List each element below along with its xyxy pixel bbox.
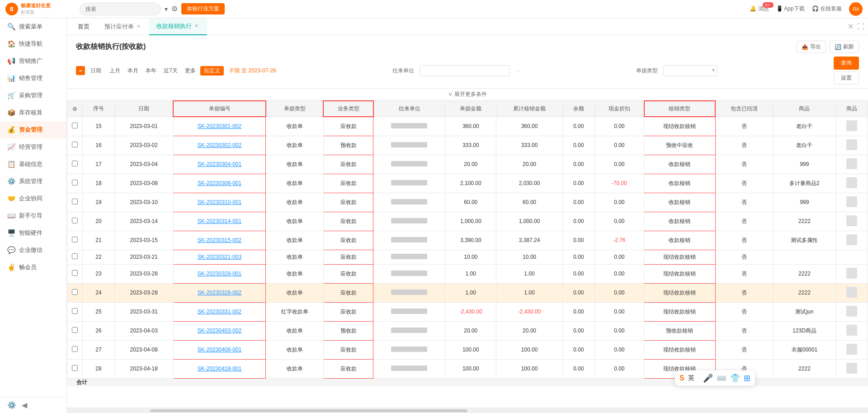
bill-no-link[interactable]: SK-20230331-002 — [198, 309, 241, 315]
td-checkbox[interactable] — [67, 231, 83, 250]
td-bill-no[interactable]: SK-20230314-001 — [173, 212, 266, 231]
td-bill-no[interactable]: SK-20230408-001 — [173, 340, 266, 359]
td-checkbox[interactable] — [67, 302, 83, 321]
tab-payable-close[interactable]: ✕ — [136, 24, 142, 29]
ft-keyboard-icon[interactable]: ⌨️ — [717, 373, 726, 383]
bill-no-link[interactable]: SK-20230403-002 — [198, 328, 241, 334]
counterpart-input[interactable] — [420, 65, 510, 76]
row-checkbox[interactable] — [72, 289, 78, 295]
td-checkbox[interactable] — [67, 359, 83, 378]
online-service-link[interactable]: 🎧 在线客服 — [812, 5, 842, 13]
export-button[interactable]: 📤 导出 — [797, 41, 826, 53]
date-option-this-year[interactable]: 本年 — [143, 66, 159, 76]
td-checkbox[interactable] — [67, 264, 83, 283]
row-checkbox[interactable] — [72, 218, 78, 223]
row-checkbox[interactable] — [72, 327, 78, 333]
ft-mic-icon[interactable]: 🎤 — [703, 373, 713, 383]
td-bill-no[interactable]: SK-20230301-002 — [173, 117, 266, 136]
bill-no-link[interactable]: SK-20230310-001 — [198, 199, 241, 205]
td-bill-no[interactable]: SK-20230331-002 — [173, 302, 266, 321]
tab-home[interactable]: 首页 — [71, 18, 97, 35]
date-option-7days[interactable]: 近7天 — [161, 66, 180, 76]
filter-collapse-button[interactable]: » — [76, 66, 85, 75]
td-bill-no[interactable]: SK-20230302-002 — [173, 136, 266, 155]
row-checkbox[interactable] — [72, 308, 78, 314]
table-container[interactable]: ⚙ 序号 日期 单据编号 单据类型 业务类型 往来单位 单据金额 累计核销金额 … — [67, 100, 868, 408]
td-bill-no[interactable]: SK-20230328-001 — [173, 264, 266, 283]
row-checkbox[interactable] — [72, 346, 78, 352]
search-input[interactable] — [80, 3, 161, 15]
row-checkbox[interactable] — [72, 123, 78, 128]
td-checkbox[interactable] — [67, 321, 83, 340]
dropdown-button[interactable]: ▾ — [165, 5, 168, 13]
td-checkbox[interactable] — [67, 117, 83, 136]
td-checkbox[interactable] — [67, 155, 83, 174]
bill-no-link[interactable]: SK-20230315-002 — [198, 237, 241, 243]
bill-no-link[interactable]: SK-20230304-001 — [198, 161, 241, 167]
query-button[interactable]: 查询 — [834, 57, 859, 70]
sidebar-settings-icon[interactable]: ⚙️ — [7, 401, 16, 409]
td-bill-no[interactable]: SK-20230310-001 — [173, 193, 266, 212]
sidebar-item-operation[interactable]: 📈 经营管理 — [0, 138, 66, 156]
sidebar-item-inventory[interactable]: 📦 库存核算 — [0, 104, 66, 121]
sidebar-item-wechat[interactable]: 💬 企业微信 — [0, 242, 66, 259]
td-bill-no[interactable]: SK-20230315-002 — [173, 231, 266, 250]
expand-more-bar[interactable]: ∨ 展开更多条件 — [67, 89, 868, 100]
sidebar-item-search[interactable]: 🔍 搜索菜单 — [0, 18, 66, 35]
refresh-button[interactable]: 🔄 刷新 — [830, 41, 859, 53]
row-checkbox[interactable] — [72, 365, 78, 371]
settings-gear-button[interactable]: ⚙ — [171, 5, 178, 13]
td-checkbox[interactable] — [67, 340, 83, 359]
filter-settings-button[interactable]: 设置 — [834, 71, 859, 85]
date-option-last-month[interactable]: 上月 — [107, 66, 123, 76]
td-checkbox[interactable] — [67, 283, 83, 302]
td-bill-no[interactable]: SK-20230418-001 — [173, 359, 266, 378]
row-checkbox[interactable] — [72, 253, 78, 259]
row-checkbox[interactable] — [72, 199, 78, 204]
bill-no-link[interactable]: SK-20230408-001 — [198, 347, 241, 353]
bill-type-select[interactable] — [663, 65, 717, 76]
bill-no-link[interactable]: SK-20230314-001 — [198, 218, 241, 224]
td-checkbox[interactable] — [67, 212, 83, 231]
horizontal-scrollbar[interactable] — [67, 408, 868, 413]
th-gear[interactable]: ⚙ — [67, 101, 83, 117]
row-checkbox[interactable] — [72, 270, 78, 276]
tab-payable[interactable]: 预计应付单 ✕ — [97, 18, 149, 35]
tab-expand-icon[interactable]: ⛶ — [857, 23, 864, 31]
td-bill-no[interactable]: SK-20230328-002 — [173, 283, 266, 302]
experience-button[interactable]: 体验行业方案 — [181, 3, 225, 14]
sidebar-item-guide[interactable]: 📖 新手引导 — [0, 207, 66, 224]
sidebar-item-marketing[interactable]: 📢 营销推广 — [0, 52, 66, 70]
date-option-this-month[interactable]: 本月 — [125, 66, 141, 76]
ft-grid-icon[interactable]: ⊞ — [744, 373, 750, 383]
sidebar-item-enterprise[interactable]: 🤝 企业协同 — [0, 190, 66, 207]
td-bill-no[interactable]: SK-20230308-001 — [173, 174, 266, 193]
sidebar-item-shortcut[interactable]: 🏠 快捷导航 — [0, 35, 66, 52]
row-checkbox[interactable] — [72, 180, 78, 185]
bill-no-link[interactable]: SK-20230301-002 — [198, 123, 241, 129]
row-checkbox[interactable] — [72, 161, 78, 166]
td-checkbox[interactable] — [67, 250, 83, 264]
td-bill-no[interactable]: SK-20230321-003 — [173, 250, 266, 264]
date-option-more[interactable]: 更多 — [182, 66, 198, 76]
td-bill-no[interactable]: SK-20230403-002 — [173, 321, 266, 340]
bill-no-link[interactable]: SK-20230308-001 — [198, 180, 241, 186]
tab-close-all-icon[interactable]: ✕ — [848, 22, 854, 31]
sidebar-item-basic[interactable]: 📋 基础信息 — [0, 156, 66, 173]
sidebar-item-hardware[interactable]: 🖥️ 智能硬件 — [0, 224, 66, 242]
row-checkbox[interactable] — [72, 237, 78, 242]
bill-no-link[interactable]: SK-20230328-001 — [198, 271, 241, 277]
tab-receivable-close[interactable]: ✕ — [193, 23, 199, 29]
sidebar-item-member[interactable]: ✌️ 畅会员 — [0, 259, 66, 276]
bill-no-link[interactable]: SK-20230321-003 — [198, 254, 241, 260]
row-checkbox[interactable] — [72, 142, 78, 147]
ft-shirt-icon[interactable]: 👕 — [730, 373, 740, 383]
sidebar-item-finance[interactable]: 💰 资金管理 — [0, 121, 66, 138]
sidebar-item-sales[interactable]: 📊 销售管理 — [0, 70, 66, 87]
bill-no-link[interactable]: SK-20230302-002 — [198, 142, 241, 148]
tab-receivable[interactable]: 收款核销执行 ✕ — [149, 18, 207, 35]
sidebar-item-purchase[interactable]: 🛒 采购管理 — [0, 87, 66, 104]
bill-no-link[interactable]: SK-20230328-002 — [198, 290, 241, 296]
notification-area[interactable]: 🔔 消息 99+ — [750, 5, 769, 13]
user-avatar[interactable]: Rit — [849, 2, 863, 16]
